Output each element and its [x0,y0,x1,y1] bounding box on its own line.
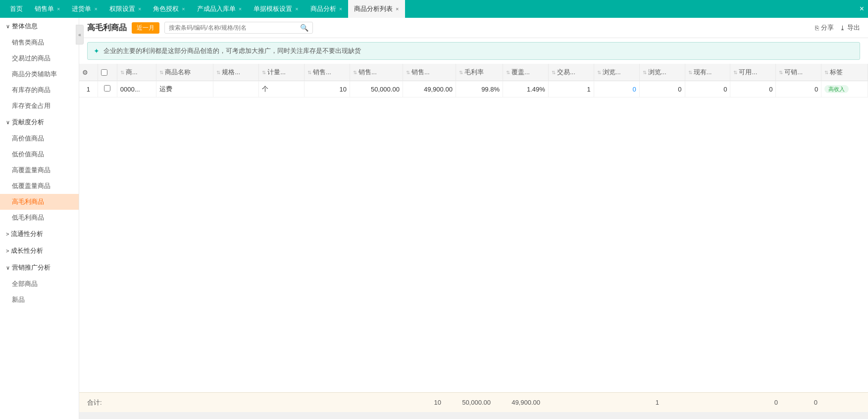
tab-close-purchase[interactable]: × [94,6,97,12]
sidebar-item-high-sales-high[interactable]: 高覆盖量商品 [0,162,79,178]
bottom-scrollbar[interactable] [79,412,868,419]
nav-tab-sales[interactable]: 销售单× [29,0,66,18]
tab-close-sales[interactable]: × [57,6,60,12]
sidebar-item-new-goods[interactable]: 新品 [0,292,79,308]
sort-icon: ⇅ [459,70,463,75]
sidebar-group-bcg[interactable]: ∨贡献度分析 [0,114,79,131]
sidebar-group-growth[interactable]: >成长性分析 [0,242,79,259]
col-header-sales_cost[interactable]: ⇅销售... [403,64,456,81]
sidebar-group-overall[interactable]: ∨整体信息 [0,18,79,35]
sidebar-group-marketing[interactable]: ∨营销推广分析 [0,259,79,276]
row-select-checkbox[interactable] [104,85,110,92]
row-name: 运费 [156,81,213,97]
tab-close-product-analysis[interactable]: × [339,6,342,12]
col-label: 商品名称 [165,68,191,77]
col-header-sales_amount[interactable]: ⇅销售... [350,64,403,81]
tag-badge: 高收入 [824,85,849,93]
sidebar-item-traded-goods[interactable]: 交易过的商品 [0,50,79,66]
col-header-margin_rate[interactable]: ⇅毛利率 [456,64,503,81]
col-header-settings[interactable]: ⚙ [79,64,98,81]
sort-icon: ⇅ [353,70,357,75]
col-header-name[interactable]: ⇅商品名称 [156,64,213,81]
tab-close-permission-settings[interactable]: × [138,6,141,12]
sidebar-group-label: 流通性分析 [11,230,43,238]
footer-value-7: 49,900.00 [494,399,543,406]
footer-value-12 [702,399,741,406]
sidebar-item-low-sales-low[interactable]: 低覆盖量商品 [0,178,79,194]
row-sales-amount: 50,000.00 [350,81,403,97]
col-header-tag[interactable]: ⇅标签 [821,64,868,81]
footer-value-3 [296,399,365,406]
footer-value-10: 1 [622,399,662,406]
export-button[interactable]: ⤓ 导出 [840,23,860,32]
sidebar-group-label: 贡献度分析 [12,118,44,127]
nav-tab-product-import[interactable]: 产成品入库单× [191,0,248,18]
row-browse1[interactable]: 0 [594,81,639,97]
tab-close-product-import[interactable]: × [239,6,242,12]
sidebar-item-stocked-goods[interactable]: 有库存的商品 [0,82,79,98]
nav-tab-permission-settings[interactable]: 权限设置× [103,0,147,18]
nav-tab-product-analysis[interactable]: 商品分析× [305,0,348,18]
sidebar-item-all-goods[interactable]: 全部商品 [0,276,79,292]
share-button[interactable]: ⎘ 分享 [815,23,834,32]
col-header-browse2[interactable]: ⇅浏览... [639,64,685,81]
col-header-checkbox[interactable] [98,64,117,81]
col-header-transaction[interactable]: ⇅交易... [548,64,594,81]
sort-icon: ⇅ [120,70,124,75]
col-label: 浏览... [648,68,666,77]
nav-tab-product-analysis-list[interactable]: 商品分析列表× [348,0,405,18]
col-header-unit[interactable]: ⇅计量... [259,64,305,81]
footer-value-5: 10 [405,399,444,406]
row-no: 1 [79,81,98,97]
period-button[interactable]: 近一月 [132,22,159,34]
sidebar-collapse-button[interactable]: « [76,25,84,45]
sort-icon: ⇅ [506,70,510,75]
col-label: 现有... [694,68,712,77]
sidebar-group-flow[interactable]: >流通性分析 [0,226,79,242]
nav-tab-purchase[interactable]: 进货单× [66,0,103,18]
footer-value-6: 50,000.00 [444,399,494,406]
col-label: 销售... [313,68,331,77]
info-banner: ✦ 企业的主要的利润都是这部分商品创造的，可考虑加大推广，同时关注库存是不要出现… [87,42,860,60]
tab-close-template-settings[interactable]: × [295,6,298,12]
col-header-sales_qty[interactable]: ⇅销售... [305,64,350,81]
row-checkbox[interactable] [98,81,117,97]
content-area: 高毛利商品 近一月 🔍 ⎘ 分享 ⤓ 导出 ✦ 企业的主要的利润都是这部分商品创… [79,18,868,419]
search-icon[interactable]: 🔍 [300,24,308,32]
row-sales-cost: 49,900.00 [403,81,456,97]
nav-tab-home[interactable]: 首页 [4,0,29,18]
col-header-sellable[interactable]: ⇅可销... [776,64,821,81]
arrow-icon: ∨ [6,23,10,30]
sidebar-item-high-value[interactable]: 高价值商品 [0,131,79,146]
sort-icon: ⇅ [216,70,220,75]
select-all-checkbox[interactable] [101,69,107,76]
col-header-spec[interactable]: ⇅规格... [213,64,259,81]
col-header-browse1[interactable]: ⇅浏览... [594,64,639,81]
sidebar-item-capital-occupation[interactable]: 库存资金占用 [0,98,79,114]
table-wrapper: ⚙⇅商...⇅商品名称⇅规格...⇅计量...⇅销售...⇅销售...⇅销售..… [79,64,868,392]
col-header-code[interactable]: ⇅商... [117,64,156,81]
arrow-icon: ∨ [6,265,10,271]
tab-close-role-permission[interactable]: × [182,6,185,12]
sort-icon: ⇅ [643,70,647,75]
col-header-coverage[interactable]: ⇅覆盖... [503,64,549,81]
sidebar-item-low-margin[interactable]: 低毛利商品 [0,210,79,226]
search-input[interactable] [169,24,300,31]
sidebar-item-goods-segment[interactable]: 商品分类辅助率 [0,66,79,82]
sort-icon: ⇅ [733,70,737,75]
sidebar-item-high-margin[interactable]: 高毛利商品 [0,194,79,210]
nav-tab-template-settings[interactable]: 单据模板设置× [248,0,304,18]
arrow-icon: > [6,248,9,254]
col-header-available[interactable]: ⇅可用... [730,64,776,81]
nav-tab-role-permission[interactable]: 角色授权× [147,0,191,18]
share-icon: ⎘ [815,24,819,32]
footer-value-0 [177,399,236,406]
col-header-current_stock[interactable]: ⇅现有... [685,64,730,81]
close-all-button[interactable]: × [860,4,864,13]
export-icon: ⤓ [840,24,845,32]
sidebar-item-sales-goods[interactable]: 销售类商品 [0,35,79,50]
sidebar: ∨整体信息销售类商品交易过的商品商品分类辅助率有库存的商品库存资金占用∨贡献度分… [0,18,79,419]
col-label: 覆盖... [511,68,530,77]
tab-close-product-analysis-list[interactable]: × [396,6,399,12]
sidebar-item-low-value[interactable]: 低价值商品 [0,146,79,162]
